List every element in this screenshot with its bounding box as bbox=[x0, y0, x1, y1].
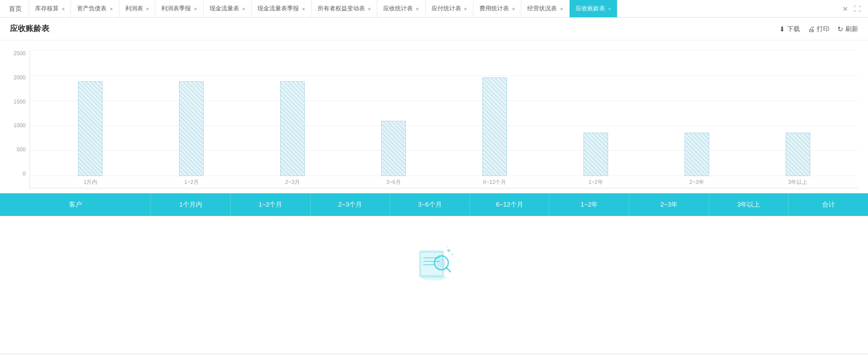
x-label-1: 1~2月 bbox=[172, 178, 211, 186]
tab-expense-stat-close[interactable]: × bbox=[512, 6, 515, 12]
tab-inventory[interactable]: 库存核算 × bbox=[29, 0, 71, 18]
chart-wrapper: 2500 2000 1500 1000 500 0 bbox=[10, 50, 858, 188]
x-label-5: 1~2年 bbox=[576, 178, 615, 186]
y-label-500: 500 bbox=[17, 146, 26, 152]
tab-profit-quarterly-close[interactable]: × bbox=[194, 6, 197, 12]
chart-area: 2500 2000 1500 1000 500 0 bbox=[0, 40, 868, 193]
tab-profit-close[interactable]: × bbox=[146, 6, 149, 12]
window-maximize-button[interactable]: ⛶ bbox=[853, 5, 861, 13]
bar-group-4 bbox=[475, 77, 514, 176]
tab-inventory-close[interactable]: × bbox=[62, 6, 65, 12]
tab-profit[interactable]: 利润表 × bbox=[119, 0, 155, 18]
tab-cashflow-close[interactable]: × bbox=[242, 6, 245, 12]
tab-profit-quarterly[interactable]: 利润表季报 × bbox=[155, 0, 203, 18]
page-title: 应收账龄表 bbox=[10, 24, 49, 34]
tab-ap-stat-close[interactable]: × bbox=[464, 6, 467, 12]
x-label-3: 3~6月 bbox=[374, 178, 413, 186]
svg-point-7 bbox=[436, 258, 446, 268]
table-header-col-8: 3年以上 bbox=[709, 193, 789, 216]
bar-group-5 bbox=[576, 133, 615, 176]
x-label-4: 6~12个月 bbox=[475, 178, 514, 186]
table-header-col-4: 3~6个月 bbox=[390, 193, 470, 216]
bar-group-1 bbox=[172, 81, 211, 176]
table-header-col-1: 1个月内 bbox=[151, 193, 231, 216]
bar-group-6 bbox=[677, 133, 717, 176]
bar-3 bbox=[381, 121, 406, 176]
table-header-col-2: 1~2个月 bbox=[231, 193, 311, 216]
y-axis: 2500 2000 1500 1000 500 0 bbox=[10, 50, 30, 188]
page-header: 应收账龄表 ⬇ 下载 🖨 打印 ↻ 刷新 bbox=[0, 18, 868, 40]
bar-5 bbox=[583, 133, 608, 176]
print-icon: 🖨 bbox=[808, 25, 815, 33]
table-header-col-0: 客户 bbox=[0, 193, 151, 216]
bar-0 bbox=[78, 81, 103, 176]
bar-6 bbox=[685, 133, 709, 176]
tab-cashflow-quarterly[interactable]: 现金流量表季报 × bbox=[252, 0, 311, 18]
window-controls: ✕ ⛶ bbox=[836, 5, 866, 13]
tab-ap-stat[interactable]: 应付统计表 × bbox=[426, 0, 473, 18]
page-actions: ⬇ 下载 🖨 打印 ↻ 刷新 bbox=[779, 25, 858, 34]
refresh-button[interactable]: ↻ 刷新 bbox=[837, 25, 858, 34]
print-button[interactable]: 🖨 打印 bbox=[808, 25, 830, 34]
y-label-2000: 2000 bbox=[14, 74, 26, 80]
download-icon: ⬇ bbox=[779, 25, 785, 33]
y-label-1000: 1000 bbox=[14, 122, 26, 128]
tab-expense-stat[interactable]: 费用统计表 × bbox=[473, 0, 521, 18]
tab-operation[interactable]: 经营状况表 × bbox=[521, 0, 569, 18]
main-content: 2500 2000 1500 1000 500 0 bbox=[0, 40, 868, 353]
tab-equity[interactable]: 所有者权益变动表 × bbox=[312, 0, 377, 18]
empty-icon bbox=[409, 236, 459, 285]
table-header-col-7: 2~3年 bbox=[629, 193, 709, 216]
x-label-7: 3年以上 bbox=[778, 178, 818, 186]
tab-home[interactable]: 首页 bbox=[2, 0, 29, 18]
x-labels: 1月内1~2月2~3月3~6月6~12个月1~2年2~3年3年以上 bbox=[30, 176, 858, 188]
x-label-2: 2~3月 bbox=[273, 178, 312, 186]
svg-point-10 bbox=[451, 253, 453, 255]
bar-group-0 bbox=[71, 81, 110, 176]
tab-ar-stat[interactable]: 应收统计表 × bbox=[377, 0, 425, 18]
tab-equity-close[interactable]: × bbox=[368, 6, 371, 12]
tab-ar-aging-close[interactable]: × bbox=[608, 6, 611, 12]
tab-balance-sheet-close[interactable]: × bbox=[109, 6, 112, 12]
empty-state bbox=[0, 216, 868, 305]
bar-4 bbox=[482, 77, 507, 176]
window-close-button[interactable]: ✕ bbox=[841, 5, 849, 13]
table-header-col-6: 1~2年 bbox=[549, 193, 629, 216]
bar-group-3 bbox=[374, 121, 413, 176]
svg-point-9 bbox=[447, 249, 450, 252]
y-label-0: 0 bbox=[23, 171, 26, 177]
x-label-0: 1月内 bbox=[71, 178, 110, 186]
refresh-icon: ↻ bbox=[837, 25, 843, 33]
chart-inner: 1月内1~2月2~3月3~6月6~12个月1~2年2~3年3年以上 bbox=[30, 50, 858, 188]
tab-ar-stat-close[interactable]: × bbox=[416, 6, 419, 12]
download-button[interactable]: ⬇ 下载 bbox=[779, 25, 800, 34]
table-header-col-9: 合计 bbox=[789, 193, 868, 216]
tab-ar-aging[interactable]: 应收账龄表 × bbox=[570, 0, 617, 18]
table-header-col-3: 2~3个月 bbox=[311, 193, 391, 216]
bar-7 bbox=[786, 133, 810, 176]
svg-line-8 bbox=[446, 268, 450, 272]
tab-bar: 首页 库存核算 × 资产负债表 × 利润表 × 利润表季报 × 现金流量表 × … bbox=[0, 0, 868, 18]
tab-balance-sheet[interactable]: 资产负债表 × bbox=[71, 0, 119, 18]
y-label-2500-top: 2500 bbox=[14, 50, 26, 56]
bar-group-7 bbox=[778, 133, 818, 176]
svg-point-11 bbox=[446, 246, 448, 248]
x-label-6: 2~3年 bbox=[677, 178, 717, 186]
tab-cashflow-quarterly-close[interactable]: × bbox=[302, 6, 305, 12]
table-header-col-5: 6~12个月 bbox=[470, 193, 550, 216]
table-header: 客户1个月内1~2个月2~3个月3~6个月6~12个月1~2年2~3年3年以上合… bbox=[0, 193, 868, 216]
bar-1 bbox=[179, 81, 204, 176]
tab-operation-close[interactable]: × bbox=[560, 6, 563, 12]
tab-cashflow[interactable]: 现金流量表 × bbox=[204, 0, 252, 18]
bars-container bbox=[30, 50, 858, 176]
bar-group-2 bbox=[273, 81, 312, 176]
y-label-1500: 1500 bbox=[14, 99, 26, 105]
bar-2 bbox=[280, 81, 305, 176]
